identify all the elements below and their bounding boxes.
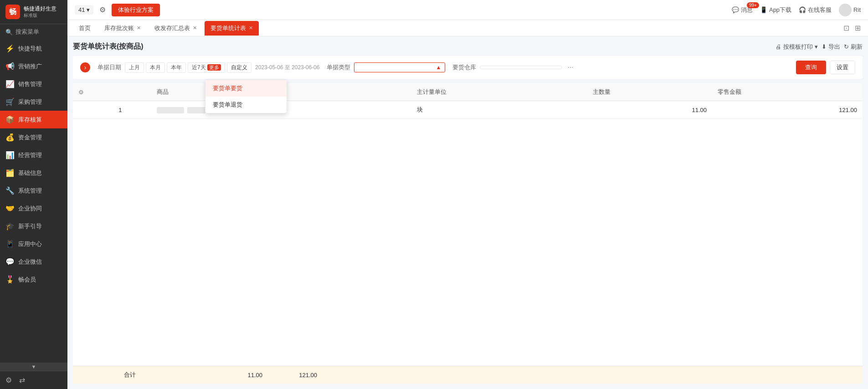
basic-icon: 🗂️: [5, 169, 15, 177]
dropdown-item-order-return[interactable]: 要货单退货: [205, 97, 287, 113]
sidebar-item-system[interactable]: 🔧 系统管理: [0, 182, 67, 200]
sidebar-item-finance[interactable]: 💰 资金管理: [0, 128, 67, 146]
sidebar-item-purchase[interactable]: 🛒 采购管理: [0, 93, 67, 111]
export-button[interactable]: ⬇ 导出: [822, 43, 840, 51]
system-icon: 🔧: [5, 186, 15, 195]
table-header-row: ⚙ 商品 主计量单位 主数量 零售金额: [73, 83, 863, 101]
sidebar-item-basic[interactable]: 🗂️ 基础信息: [0, 164, 67, 182]
sidebar-item-operation[interactable]: 📊 经营管理: [0, 146, 67, 164]
store-selector[interactable]: 41 ▾: [75, 5, 93, 15]
product-placeholder-1: [157, 107, 184, 113]
sidebar-scroll-down[interactable]: ▼: [0, 363, 67, 371]
tab-batch-account-close[interactable]: ✕: [137, 25, 141, 31]
appstore-icon: 📱: [5, 240, 15, 248]
sidebar-item-member[interactable]: 🎖️ 畅会员: [0, 271, 67, 288]
page-title: 要货单统计表(按商品): [73, 42, 144, 51]
sidebar-item-marketing[interactable]: 📢 营销推广: [0, 57, 67, 75]
finance-icon: 💰: [5, 133, 15, 142]
title-actions: 🖨 按模板打印 ▾ ⬇ 导出 ↻ 刷新: [776, 43, 863, 51]
table-footer: 合计 11.00 121.00: [73, 366, 863, 384]
tab-minimize-icon[interactable]: ⊡: [842, 24, 851, 32]
settings-icon[interactable]: ⚙: [5, 376, 12, 384]
row-index-cell: 1: [89, 101, 151, 119]
print-chevron-down[interactable]: ▾: [815, 43, 818, 50]
collapse-icon[interactable]: ⇄: [19, 376, 25, 384]
warehouse-dots-button[interactable]: ···: [565, 63, 575, 72]
table-scroll[interactable]: ⚙ 商品 主计量单位 主数量 零售金额 1: [73, 83, 863, 366]
tab-order-stat-close[interactable]: ✕: [249, 25, 253, 31]
table-col-amount: 零售金额: [712, 83, 863, 101]
warehouse-filter-group: 要货仓库 ···: [452, 63, 575, 72]
settings-button[interactable]: 设置: [830, 61, 855, 74]
date-this-year-button[interactable]: 本年: [167, 62, 186, 73]
table-col-settings[interactable]: ⚙: [73, 83, 89, 101]
tab-recv-send-summary-close[interactable]: ✕: [193, 25, 197, 31]
user-avatar-area[interactable]: Rit: [839, 4, 861, 16]
data-table: ⚙ 商品 主计量单位 主数量 零售金额 1: [73, 83, 863, 119]
sidebar-item-sales[interactable]: 📈 销售管理: [0, 75, 67, 93]
header-gear-button[interactable]: ⚙: [96, 4, 109, 16]
date-quick-buttons: 上月 本月 本年 近7天 更多 自定义: [125, 62, 252, 73]
app-download-button[interactable]: 📱 App下载: [760, 6, 791, 14]
logo-icon: 畅: [5, 5, 20, 19]
store-name: 41: [78, 6, 85, 13]
app-logo: 畅 畅捷通好生意 标准版: [0, 0, 67, 24]
warehouse-filter-label: 要货仓库: [452, 63, 476, 72]
operation-icon: 📊: [5, 151, 15, 159]
date-range-display: 2023-05-06 至 2023-06-06: [255, 64, 319, 72]
top-header-right: 💬 消息 99+ 📱 App下载 🎧 在线客服 Rit: [732, 4, 861, 16]
tab-batch-account[interactable]: 库存批次账 ✕: [98, 21, 147, 36]
service-icon: 🎧: [799, 6, 806, 13]
type-select[interactable]: ▲: [354, 62, 445, 72]
filter-expand-button[interactable]: ›: [80, 62, 90, 72]
refresh-button[interactable]: ↻ 刷新: [844, 43, 863, 51]
sidebar-item-appstore[interactable]: 📱 应用中心: [0, 235, 67, 253]
date-custom-button[interactable]: 自定义: [227, 62, 252, 73]
main-area: 41 ▾ ⚙ 体验行业方案 💬 消息 99+ 📱 App下载 🎧 在线客服: [67, 0, 868, 389]
sidebar-item-inventory[interactable]: 📦 库存核算: [0, 111, 67, 128]
trial-button[interactable]: 体验行业方案: [112, 4, 160, 16]
print-button[interactable]: 🖨 按模板打印 ▾: [776, 43, 818, 51]
warehouse-select[interactable]: [480, 66, 562, 69]
coop-icon: 🤝: [5, 204, 15, 213]
search-menu[interactable]: 🔍 搜索菜单: [0, 24, 67, 40]
sidebar-item-coop[interactable]: 🤝 企业协同: [0, 200, 67, 217]
product-placeholder-2: [187, 107, 205, 113]
row-settings-cell: [73, 101, 89, 119]
sidebar-nav: ⚡ 快捷导航 📢 营销推广 📈 销售管理 🛒 采购管理 📦 库存核算 💰 资金管…: [0, 40, 67, 363]
search-icon: 🔍: [5, 29, 13, 36]
sidebar-item-wechat[interactable]: 💬 企业微信: [0, 253, 67, 271]
footer-amount: 121.00: [299, 372, 317, 379]
marketing-icon: 📢: [5, 62, 15, 71]
user-name: Rit: [853, 6, 861, 13]
dropdown-item-order-goods[interactable]: 要货单要货: [205, 80, 287, 97]
tab-order-stat[interactable]: 要货单统计表 ✕: [205, 21, 259, 36]
type-filter-group: 单据类型 ▲: [327, 62, 445, 72]
app-version: 标准版: [24, 12, 56, 18]
sidebar-item-guide[interactable]: 🎓 新手引导: [0, 217, 67, 235]
date-this-month-button[interactable]: 本月: [146, 62, 165, 73]
table-row: 1 块 11.00 121.00: [73, 101, 863, 119]
date-last-month-button[interactable]: 上月: [125, 62, 144, 73]
tab-recv-send-summary[interactable]: 收发存汇总表 ✕: [149, 21, 203, 36]
wechat-icon: 💬: [5, 257, 15, 266]
sidebar-bottom: ⚙ ⇄: [0, 371, 67, 389]
tabs-controls: ⊡ ⊞: [842, 24, 863, 32]
tab-home[interactable]: 首页: [73, 21, 97, 36]
date-filter-label: 单据日期: [98, 63, 121, 72]
footer-label: 合计: [118, 371, 141, 378]
table-col-unit: 主计量单位: [411, 83, 587, 101]
table-col-quantity: 主数量: [587, 83, 712, 101]
sidebar: 畅 畅捷通好生意 标准版 🔍 搜索菜单 ⚡ 快捷导航 📢 营销推广 📈 销售管理…: [0, 0, 67, 389]
query-button[interactable]: 查询: [796, 61, 826, 74]
online-service-button[interactable]: 🎧 在线客服: [799, 6, 832, 14]
member-icon: 🎖️: [5, 275, 15, 284]
date-recent-7-button[interactable]: 近7天 更多: [188, 62, 225, 73]
messages-button[interactable]: 💬 消息 99+: [732, 6, 753, 14]
tabs-bar: 首页 库存批次账 ✕ 收发存汇总表 ✕ 要货单统计表 ✕ ⊡ ⊞: [67, 20, 868, 36]
download-icon: 📱: [760, 6, 767, 13]
sidebar-item-quick-nav[interactable]: ⚡ 快捷导航: [0, 40, 67, 57]
footer-quantity: 11.00: [247, 372, 262, 379]
tab-expand-icon[interactable]: ⊞: [853, 24, 863, 32]
type-chevron-up-icon: ▲: [436, 64, 442, 71]
